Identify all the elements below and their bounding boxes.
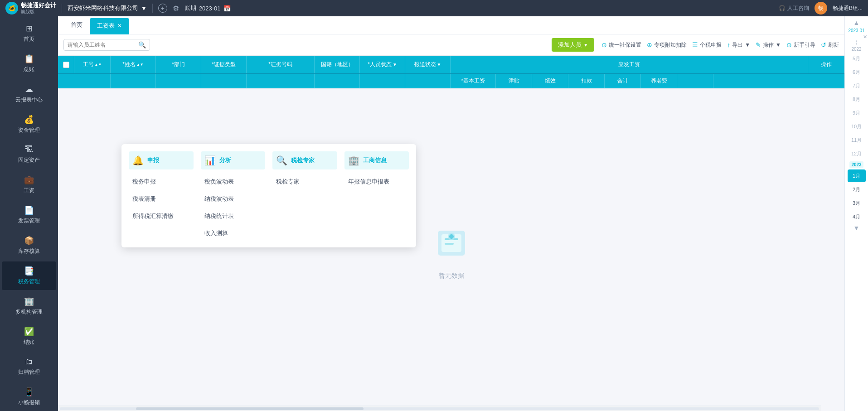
user-avatar: 畅 xyxy=(815,2,827,15)
tax-report-icon: ☰ xyxy=(692,41,698,48)
header-checkbox[interactable] xyxy=(63,62,69,68)
cal-month-9[interactable]: 9月 xyxy=(848,106,866,119)
social-insurance-icon: ⊙ xyxy=(601,41,607,48)
menu-item-tax-stats[interactable]: 纳税统计表 xyxy=(201,209,266,223)
menu-item-tax-expert[interactable]: 税检专家 xyxy=(272,175,337,189)
th-total: 合计 xyxy=(605,74,641,88)
cal-month-1[interactable]: 1月 xyxy=(848,169,866,182)
sidebar-item-inventory[interactable]: 📦 库存核算 xyxy=(2,231,56,260)
cal-month-11[interactable]: 11月 xyxy=(848,134,866,146)
sidebar-item-home[interactable]: ⊞ 首页 xyxy=(2,19,56,48)
curr-year-label: 2023 xyxy=(849,161,863,168)
period-info: 账期 2023-01 📅 xyxy=(184,4,231,12)
search-box[interactable]: 🔍 xyxy=(63,39,150,51)
th-id-sort[interactable]: ▲▼ xyxy=(95,63,102,67)
add-person-button[interactable]: 添加人员 ▼ xyxy=(552,38,594,52)
sidebar-item-settle[interactable]: ✅ 结账 xyxy=(2,322,56,351)
sidebar-label-tax: 税务管理 xyxy=(18,278,40,285)
refresh-action[interactable]: ↺ 刷新 xyxy=(821,41,839,49)
search-input[interactable] xyxy=(68,42,136,48)
sidebar-item-fund[interactable]: 💰 资金管理 xyxy=(2,110,56,139)
multi-org-icon: 🏢 xyxy=(24,296,34,306)
top-bar-right: 🎧 人工咨询 畅 畅捷通B组... xyxy=(779,2,863,15)
cal-month-12[interactable]: 12月 xyxy=(848,147,866,160)
company-name: 西安虾米网络科技有限公司 xyxy=(68,4,138,12)
calendar-nav-down[interactable]: ▼ xyxy=(849,223,864,232)
social-insurance-action[interactable]: ⊙ 统一社保设置 xyxy=(601,41,641,49)
settings-icon[interactable]: ⚙ xyxy=(173,4,179,13)
sidebar-item-salary[interactable]: 💼 工资 xyxy=(2,170,56,199)
tab-salary[interactable]: 工资表 ✕ xyxy=(90,18,129,34)
th-id-num-label: *证据号码 xyxy=(268,61,292,68)
th-total-label: 合计 xyxy=(617,77,628,85)
cal-month-3[interactable]: 3月 xyxy=(848,197,866,209)
cal-month-2[interactable]: 2月 xyxy=(848,183,866,196)
tab-home[interactable]: 首页 xyxy=(63,16,90,34)
th-checkbox[interactable] xyxy=(58,56,74,73)
menu-item-income-estimate[interactable]: 收入测算 xyxy=(201,227,266,240)
th-basic-wage: *基本工资 xyxy=(451,74,496,88)
company-selector[interactable]: 西安虾米网络科技有限公司 ▼ xyxy=(68,4,147,12)
sidebar-item-invoice[interactable]: 📄 发票管理 xyxy=(2,201,56,229)
th-id-label: 工号 xyxy=(83,61,94,68)
th-id-num: *证据号码 xyxy=(247,56,315,73)
sidebar-item-archive[interactable]: 🗂 归档管理 xyxy=(2,353,56,381)
cal-month-4[interactable]: 4月 xyxy=(848,210,866,223)
sidebar-item-tax[interactable]: 📑 税务管理 xyxy=(2,261,56,290)
calendar-expand-btn[interactable]: ⟩ xyxy=(856,40,858,45)
cal-month-8[interactable]: 8月 xyxy=(848,93,866,106)
th-status-filter[interactable]: ▼ xyxy=(393,62,397,67)
calendar-nav-up[interactable]: ▲ xyxy=(849,18,864,27)
th-report-filter[interactable]: ▼ xyxy=(437,62,441,67)
menu-item-income-tax-settlement[interactable]: 所得税汇算清缴 xyxy=(129,209,194,223)
table-wrapper: 工号 ▲▼ *姓名 ▲▼ *部门 *证据类型 *证据号码 国籍（地区） xyxy=(58,56,844,411)
salary-icon: 💼 xyxy=(24,175,34,185)
sidebar-item-fixed-assets[interactable]: 🏗 固定资产 xyxy=(2,140,56,169)
mini-sales-icon: 📱 xyxy=(24,387,34,397)
company-dropdown-arrow: ▼ xyxy=(141,5,147,12)
add-company-button[interactable]: + xyxy=(158,4,167,13)
scroll-thumb[interactable] xyxy=(136,407,364,410)
th-sub-dept xyxy=(156,74,201,88)
sidebar-label-cloud: 云报表中心 xyxy=(15,96,43,104)
cal-month-7[interactable]: 7月 xyxy=(848,79,866,92)
menu-item-tax-payment[interactable]: 纳税波动表 xyxy=(201,192,266,206)
fund-icon: 💰 xyxy=(24,115,34,125)
category-gongShang-header: 🏢 工商信息 xyxy=(344,151,409,169)
tax-report-action[interactable]: ☰ 个税申报 xyxy=(692,41,722,49)
menu-item-tax-declaration[interactable]: 税务申报 xyxy=(129,175,194,189)
th-sub-status xyxy=(360,74,405,88)
bottom-scrollbar[interactable] xyxy=(58,406,821,411)
th-status: *人员状态 ▼ xyxy=(360,56,405,73)
cal-month-6[interactable]: 6月 xyxy=(848,66,866,78)
period-calendar-icon[interactable]: 📅 xyxy=(223,5,231,12)
th-wage-group-label: 应发工资 xyxy=(618,61,640,68)
special-deduction-action[interactable]: ⊕ 专项附加扣除 xyxy=(647,41,687,49)
cal-month-5[interactable]: 5月 xyxy=(848,52,866,65)
sidebar-item-mini-sales[interactable]: 📱 小畅报销 xyxy=(2,382,56,411)
menu-item-annual-report[interactable]: 年报信息申报表 xyxy=(344,175,409,189)
tab-close-icon[interactable]: ✕ xyxy=(117,23,122,29)
th-name: *姓名 ▲▼ xyxy=(111,56,156,73)
logo-text: 畅捷通好会计 旗舰版 xyxy=(21,2,56,15)
category-shuiJian: 🔍 税检专家 税检专家 xyxy=(272,151,337,240)
menu-item-tax-burden[interactable]: 税负波动表 xyxy=(201,175,266,189)
cal-month-10[interactable]: 10月 xyxy=(848,120,866,133)
calendar-close-btn[interactable]: ✕ xyxy=(863,34,867,40)
user-name[interactable]: 畅捷通B组... xyxy=(833,5,863,12)
th-name-sort[interactable]: ▲▼ xyxy=(136,63,144,67)
guide-toolbar-icon: ⊙ xyxy=(786,41,792,48)
shuiJian-label: 税检专家 xyxy=(291,156,315,164)
menu-item-tax-table[interactable]: 税表清册 xyxy=(129,192,194,206)
sidebar-item-multi-org[interactable]: 🏢 多机构管理 xyxy=(2,292,56,320)
operations-action[interactable]: ✎ 操作 ▼ xyxy=(756,41,781,49)
guide-action[interactable]: ⊙ 新手引导 xyxy=(786,41,815,49)
sidebar-item-ledger[interactable]: 📋 总账 xyxy=(2,49,56,78)
th-sub-idnum xyxy=(247,74,315,88)
special-deduction-label: 专项附加扣除 xyxy=(654,41,687,49)
th-id: 工号 ▲▼ xyxy=(74,56,111,73)
sidebar-item-cloud-report[interactable]: ☁ 云报表中心 xyxy=(2,80,56,108)
app-sub: 旗舰版 xyxy=(21,9,56,15)
export-action[interactable]: ↑ 导出 ▼ xyxy=(727,41,750,49)
support-button[interactable]: 🎧 人工咨询 xyxy=(779,5,809,12)
